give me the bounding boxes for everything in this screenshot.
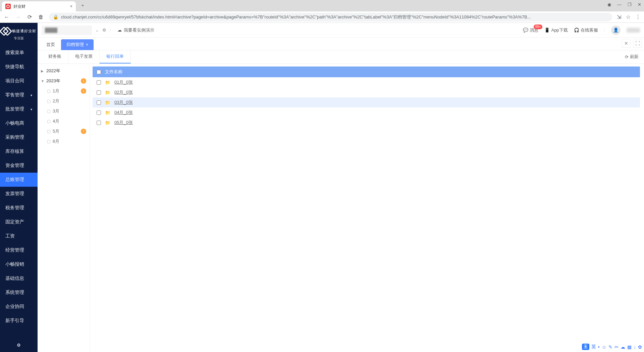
sidebar-item-5[interactable]: 小畅电商 <box>0 116 38 130</box>
tray-item-5[interactable]: ✂ <box>614 344 619 350</box>
file-link[interactable]: 04月_0张 <box>114 109 133 116</box>
tray-item-6[interactable]: ☁ <box>621 344 625 350</box>
file-link[interactable]: 03月_0张 <box>114 99 133 105</box>
tree-month-0[interactable]: ▢1月i <box>38 86 90 96</box>
trash-icon[interactable]: 🗑 <box>38 14 44 20</box>
tray-item-9[interactable]: ✿ <box>638 344 642 350</box>
browser-menu-icon[interactable]: ⋮ <box>635 14 641 20</box>
sub-tab-1[interactable]: 电子发票 <box>68 50 100 63</box>
tray-item-3[interactable]: ☺ <box>602 344 606 350</box>
sidebar-settings-button[interactable]: ⚙ <box>0 338 38 352</box>
tree-year-1[interactable]: ▼2023年i <box>38 76 90 86</box>
gear-icon[interactable]: ⚙ <box>102 28 106 33</box>
headset-icon: 🎧 <box>574 28 579 33</box>
tray-item-7[interactable]: ▦ <box>627 344 632 350</box>
sidebar-item-14[interactable]: 经营管理 <box>0 243 38 257</box>
sidebar-item-3[interactable]: 零售管理▾ <box>0 88 38 102</box>
row-checkbox[interactable] <box>97 80 101 85</box>
phone-icon: 📱 <box>544 28 550 33</box>
new-tab-button[interactable]: ＋ <box>78 1 87 9</box>
close-icon[interactable]: × <box>70 4 72 9</box>
nav-back-icon[interactable]: ← <box>3 14 10 20</box>
row-checkbox[interactable] <box>97 121 101 125</box>
sidebar-item-7[interactable]: 库存核算 <box>0 144 38 159</box>
tree-month-4[interactable]: ▢5月i <box>38 126 90 136</box>
tray-item-1[interactable]: 英 <box>591 344 596 350</box>
chevron-down-icon: ▾ <box>31 107 32 111</box>
tray-item-4[interactable]: ✎ <box>608 344 612 350</box>
tree-year-0[interactable]: ▶2022年 <box>38 66 90 76</box>
bookmark-star-icon[interactable]: ☆ <box>626 14 631 20</box>
sidebar-item-11[interactable]: 税务管理 <box>0 201 38 215</box>
nav-forward-icon[interactable]: → <box>15 14 21 20</box>
sidebar-item-10[interactable]: 发票管理 <box>0 187 38 201</box>
sub-tab-0[interactable]: 财务账 <box>42 50 68 63</box>
sidebar-item-13[interactable]: 工资 <box>0 229 38 243</box>
page-tab-1[interactable]: 归档管理× <box>61 39 94 50</box>
browser-tab[interactable]: 好业财 × <box>2 1 76 11</box>
row-checkbox[interactable] <box>97 90 101 95</box>
chevron-right-icon: ▶ <box>41 69 44 73</box>
company-selector[interactable]: ████ <box>42 26 92 35</box>
tab-close-all-icon[interactable]: ✕ <box>622 39 631 48</box>
page-tab-0[interactable]: 首页 <box>41 39 60 50</box>
file-link[interactable]: 01月_0张 <box>114 79 133 85</box>
install-app-icon[interactable]: ⇲ <box>617 14 621 20</box>
online-service-button[interactable]: 🎧 在线客服 <box>574 27 598 33</box>
sidebar-item-17[interactable]: 系统管理 <box>0 285 38 300</box>
sidebar-item-15[interactable]: 小畅报销 <box>0 257 38 271</box>
table-row[interactable]: 📁02月_0张 <box>93 87 640 97</box>
select-all-checkbox[interactable] <box>97 70 101 74</box>
sub-tab-2[interactable]: 银行回单 <box>100 50 131 63</box>
window-minimize-icon[interactable]: — <box>617 2 622 7</box>
favicon-icon <box>5 4 11 9</box>
folder-outline-icon: ▢ <box>47 89 51 93</box>
lock-icon: 🔒 <box>53 14 58 19</box>
url-field[interactable]: 🔒 cloud.chanjet.com/cc/u6d89qwnryel/57bf… <box>49 13 612 21</box>
row-checkbox[interactable] <box>97 111 101 115</box>
fullscreen-icon[interactable]: ⛶ <box>633 39 642 48</box>
table-row[interactable]: 📁03月_0张 <box>93 97 640 107</box>
sidebar-item-6[interactable]: 采购管理 <box>0 130 38 144</box>
table-row[interactable]: 📁04月_0张 <box>93 107 640 118</box>
window-close-icon[interactable]: ✕ <box>638 2 641 7</box>
sidebar-item-18[interactable]: 企业协同 <box>0 300 38 314</box>
sidebar-item-16[interactable]: 基础信息 <box>0 271 38 285</box>
demo-button[interactable]: ☁ 我要看实例演示 <box>117 27 154 33</box>
sidebar-item-4[interactable]: 批发管理▾ <box>0 102 38 116</box>
table-row[interactable]: 📁05月_0张 <box>93 118 640 128</box>
file-link[interactable]: 02月_0张 <box>114 89 133 95</box>
browser-account-icon[interactable]: ◉ <box>607 2 611 7</box>
sidebar-item-1[interactable]: 快捷导航 <box>0 60 38 74</box>
table-header: 文件名称 <box>93 67 640 77</box>
row-checkbox[interactable] <box>97 100 101 105</box>
tree-month-2[interactable]: ▢3月 <box>38 106 90 116</box>
avatar[interactable]: 👤 <box>611 26 621 35</box>
sidebar-item-8[interactable]: 资金管理 <box>0 159 38 173</box>
folder-outline-icon: ▢ <box>47 99 51 103</box>
sidebar: 畅捷通好业财 专业版 搜索菜单快捷导航项目合同零售管理▾批发管理▾小畅电商采购管… <box>0 23 38 352</box>
nav-reload-icon[interactable]: ⟳ <box>26 14 33 20</box>
messages-button[interactable]: 💬 消息 99+ <box>523 27 538 33</box>
sidebar-item-9[interactable]: 总账管理 <box>0 173 38 187</box>
column-header-filename: 文件名称 <box>105 69 122 75</box>
window-maximize-icon[interactable]: ❐ <box>628 2 632 7</box>
messages-badge: 99+ <box>534 25 543 29</box>
app-download-button[interactable]: 📱 App下载 <box>544 27 568 33</box>
tray-item-2[interactable]: • <box>598 344 600 350</box>
refresh-button[interactable]: ⟳ 刷新 <box>625 54 639 60</box>
tree-month-1[interactable]: ▢2月 <box>38 96 90 106</box>
sidebar-item-2[interactable]: 项目合同 <box>0 74 38 88</box>
close-icon[interactable]: × <box>86 42 88 47</box>
sidebar-item-19[interactable]: 新手引导 <box>0 314 38 328</box>
chevron-down-icon[interactable]: ⌄ <box>95 28 99 33</box>
tree-month-3[interactable]: ▢4月 <box>38 116 90 126</box>
sidebar-item-0[interactable]: 搜索菜单 <box>0 46 38 60</box>
file-list: 文件名称 📁01月_0张📁02月_0张📁03月_0张📁04月_0张📁05月_0张 <box>90 64 644 352</box>
table-row[interactable]: 📁01月_0张 <box>93 77 640 87</box>
tray-item-8[interactable]: ↓ <box>634 344 636 350</box>
tray-item-0[interactable]: 王 <box>582 344 589 350</box>
tree-month-5[interactable]: ▢6月 <box>38 136 90 146</box>
file-link[interactable]: 05月_0张 <box>114 120 133 126</box>
sidebar-item-12[interactable]: 固定资产 <box>0 215 38 229</box>
